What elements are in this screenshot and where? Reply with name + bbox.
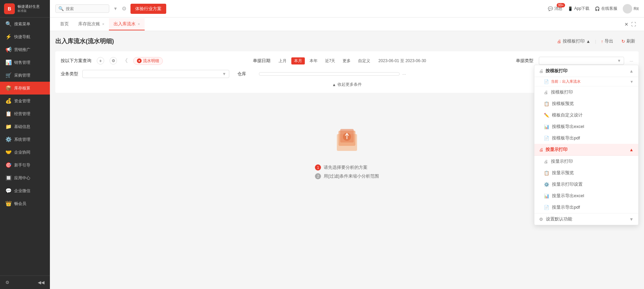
- refresh-button[interactable]: ↻ 刷新: [618, 36, 639, 46]
- dropdown-template-pdf[interactable]: 📄 按模板导出pdf: [534, 132, 638, 144]
- sidebar-item-marketing[interactable]: 📢 营销推广: [0, 43, 50, 56]
- template-print-button[interactable]: 🖨 按模板打印 ▲: [554, 36, 594, 46]
- business-type-arrow: ▼: [222, 72, 226, 76]
- dropdown-display-print-settings-label: 按显示打印设置: [552, 181, 583, 187]
- inventory-icon: 📦: [5, 85, 11, 91]
- download-icon: 📱: [568, 6, 573, 11]
- warehouse-more-btn[interactable]: ···: [402, 72, 406, 77]
- sidebar-item-operations[interactable]: 📋 经营管理: [0, 107, 50, 120]
- avatar-image: [623, 4, 632, 14]
- panel-collapse-arrow[interactable]: ▲: [629, 69, 634, 74]
- date-btn-more[interactable]: 更多: [340, 57, 353, 64]
- tab-inout-flow-label: 出入库流水: [114, 21, 136, 27]
- display-excel-icon: 📊: [544, 193, 549, 199]
- display-pdf-icon: 📄: [544, 205, 549, 210]
- step-1-number: 1: [315, 164, 321, 170]
- warehouse-select[interactable]: [259, 72, 400, 76]
- sidebar-item-inventory[interactable]: 📦 库存核算: [0, 82, 50, 95]
- sidebar-item-beginner[interactable]: 🎯 新手引导: [0, 159, 50, 172]
- settings-gear-icon[interactable]: ⚙: [122, 5, 126, 12]
- tabs-bar: 首页 库存批次账 × 出入库流水 × ✕ ⛶: [50, 18, 644, 31]
- sidebar-item-label: 销售管理: [14, 60, 30, 65]
- dropdown-display-preview[interactable]: 📋 按显示预览: [534, 167, 638, 179]
- window-maximize-button[interactable]: ⛶: [631, 22, 636, 27]
- set-default-icon: ⚙: [539, 217, 543, 222]
- tab-home-label: 首页: [60, 21, 69, 27]
- tab-batch-account-close[interactable]: ×: [102, 22, 104, 26]
- window-close-button[interactable]: ✕: [624, 22, 628, 27]
- sidebar-item-label: 库存核算: [14, 85, 30, 91]
- filter-collapse-icon[interactable]: 《: [122, 57, 128, 64]
- tab-home[interactable]: 首页: [55, 18, 74, 30]
- dropdown-display-excel[interactable]: 📊 按显示导出excel: [534, 190, 638, 202]
- search-icon: 🔍: [58, 6, 64, 11]
- business-type-field: 业务类型 ▼: [61, 70, 229, 78]
- page-header: 出入库流水(流水明细) 🖨 按模板打印 ▲ | ↑ 导出 ↻ 刷新: [55, 36, 639, 46]
- document-type-arrow: ▼: [617, 58, 621, 63]
- search-input[interactable]: [66, 6, 99, 11]
- quick-nav-icon: ⚡: [5, 34, 11, 40]
- document-type-select[interactable]: ▼: [539, 57, 624, 65]
- dropdown-set-default[interactable]: ⚙ 设置默认功能 ▼: [534, 213, 638, 225]
- dropdown-template-custom[interactable]: ✏️ 模板自定义设计: [534, 109, 638, 121]
- display-print-icon: 🖨: [544, 159, 548, 164]
- display-section-icon: 🖨: [539, 147, 544, 152]
- step-2-number: 2: [315, 173, 321, 179]
- sidebar-item-system[interactable]: ⚙️ 系统管理: [0, 133, 50, 146]
- export-button[interactable]: ↑ 导出: [598, 36, 617, 46]
- tab-inout-flow-close[interactable]: ×: [138, 22, 140, 26]
- dropdown-display-print[interactable]: 🖨 按显示打印: [534, 156, 638, 167]
- search-box[interactable]: 🔍: [55, 4, 109, 13]
- filter-add-button[interactable]: +: [97, 57, 104, 64]
- topbar: 🔍 ▼ ⚙ 体验行业方案 💬 消息 99+ 📱 App下载 🎧 在线客服 Rit: [50, 0, 644, 18]
- sidebar-item-app-center[interactable]: 🔲 应用中心: [0, 172, 50, 184]
- date-btn-7days[interactable]: 近7天: [322, 57, 338, 64]
- customer-service-button[interactable]: 🎧 在线客服: [595, 6, 617, 11]
- date-btn-this-year[interactable]: 本年: [307, 57, 320, 64]
- sidebar: B 畅捷通好生意 标准版 🔍 搜索菜单 ⚡ 快捷导航 📢 营销推广 📊 销售管理…: [0, 0, 50, 289]
- sidebar-settings-button[interactable]: ⚙: [4, 279, 11, 286]
- dropdown-display-pdf-label: 按显示导出pdf: [552, 204, 580, 210]
- dropdown-template-preview[interactable]: 📋 按模板预览: [534, 98, 638, 109]
- search-dropdown-button[interactable]: ▼: [113, 6, 118, 11]
- dropdown-template-print[interactable]: 🖨 按模板打印: [534, 86, 638, 98]
- user-avatar[interactable]: Rit: [623, 4, 639, 14]
- current-arrow: ▼: [630, 80, 634, 84]
- filter-tag-icon: ●: [137, 58, 142, 63]
- app-download-button[interactable]: 📱 App下载: [568, 6, 589, 11]
- date-btn-this-month[interactable]: 本月: [291, 57, 305, 64]
- date-btn-custom[interactable]: 自定义: [355, 57, 373, 64]
- sidebar-item-collab[interactable]: 🤝 企业协同: [0, 146, 50, 159]
- display-preview-icon: 📋: [544, 170, 549, 176]
- basic-info-icon: 📁: [5, 124, 11, 130]
- template-pdf-icon: 📄: [544, 136, 549, 141]
- sidebar-item-search[interactable]: 🔍 搜索菜单: [0, 18, 50, 30]
- dropdown-display-print-settings[interactable]: ⚙️ 按显示打印设置: [534, 179, 638, 190]
- tab-inout-flow[interactable]: 出入库流水 ×: [109, 18, 144, 30]
- industry-solution-button[interactable]: 体验行业方案: [130, 4, 166, 14]
- message-button[interactable]: 💬 消息 99+: [548, 6, 562, 11]
- sidebar-item-basic-info[interactable]: 📁 基础信息: [0, 120, 50, 133]
- sidebar-item-wechat[interactable]: 💬 企业微信: [0, 184, 50, 197]
- business-type-select[interactable]: ▼: [82, 70, 229, 78]
- dropdown-display-pdf[interactable]: 📄 按显示导出pdf: [534, 202, 638, 213]
- search-icon: 🔍: [5, 21, 11, 27]
- sidebar-item-finance[interactable]: 💰 资金管理: [0, 95, 50, 107]
- filter-settings-button[interactable]: ⚙: [110, 57, 117, 64]
- date-btn-last-month[interactable]: 上月: [276, 57, 289, 64]
- filter-tag-shuilv-mingxi[interactable]: ● 流水明细: [133, 57, 163, 65]
- sidebar-collapse-button[interactable]: ◀◀: [36, 279, 46, 286]
- tab-batch-account[interactable]: 库存批次账 ×: [74, 18, 109, 30]
- filter-row-1: 按以下方案查询 + ⚙ 《 ● 流水明细 单据日期 上月 本月 本年 近7天 更…: [61, 57, 633, 65]
- dropdown-template-excel[interactable]: 📊 按模板导出excel: [534, 121, 638, 132]
- document-type-more-btn[interactable]: ···: [630, 58, 633, 63]
- sidebar-item-purchase[interactable]: 🛒 采购管理: [0, 69, 50, 82]
- sidebar-item-sales[interactable]: 📊 销售管理: [0, 56, 50, 69]
- sidebar-item-membership[interactable]: 👑 畅会员: [0, 197, 50, 210]
- dropdown-template-print-label: 按模板打印: [551, 89, 573, 95]
- template-preview-icon: 📋: [544, 101, 549, 106]
- dropdown-display-section-header[interactable]: 🖨 按显示打印 ▲: [534, 144, 638, 156]
- dropdown-display-excel-label: 按显示导出excel: [552, 193, 584, 199]
- empty-step-2: 2 用[过滤]条件来缩小分析范围: [315, 173, 379, 179]
- sidebar-item-quick-nav[interactable]: ⚡ 快捷导航: [0, 30, 50, 43]
